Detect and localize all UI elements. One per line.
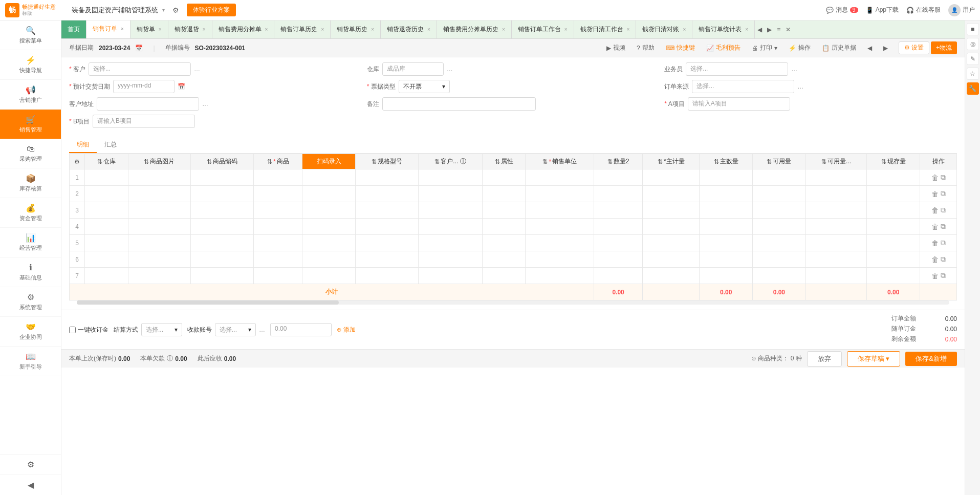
tab-close-daily-workbench[interactable]: × (627, 27, 630, 32)
date-picker-icon[interactable]: 📅 (178, 83, 185, 90)
row-code[interactable] (191, 251, 254, 268)
tab-home[interactable]: 首页 (61, 20, 86, 39)
row-main-unit[interactable] (643, 219, 700, 235)
message-btn[interactable]: 💬 消息 9 (826, 6, 858, 14)
tab-daily-workbench[interactable]: 钱货日清工作台 × (574, 20, 637, 39)
row-main-unit[interactable] (643, 268, 700, 284)
row-delete-btn[interactable]: 🗑 (931, 189, 939, 198)
tab-sales-invoice[interactable]: 销货单 × (130, 20, 168, 39)
row-main-qty[interactable] (700, 219, 753, 235)
row-warehouse[interactable] (85, 202, 128, 219)
row-warehouse[interactable] (85, 235, 128, 251)
row-sales-unit[interactable] (526, 251, 594, 268)
row-attribute[interactable] (482, 235, 526, 251)
tab-close-all-btn[interactable]: ✕ (783, 26, 793, 33)
row-product[interactable] (254, 169, 302, 186)
row-spec[interactable] (356, 186, 419, 202)
sidebar-collapse-btn[interactable]: ◀ (0, 475, 61, 495)
row-main-qty[interactable] (700, 202, 753, 219)
system-dropdown-arrow[interactable]: ▾ (162, 7, 165, 13)
operation-btn[interactable]: ⚡ 操作 (786, 42, 814, 54)
row-customer-code[interactable] (418, 169, 482, 186)
next-record-btn[interactable]: ▶ (880, 43, 891, 53)
warehouse-more-btn[interactable]: … (447, 66, 453, 73)
tab-close-sales-invoice-history[interactable]: × (371, 27, 374, 32)
tab-close-sales-return-history[interactable]: × (427, 27, 430, 32)
rs-icon-5[interactable]: 🔧 (967, 82, 979, 95)
tab-close-sales-return[interactable]: × (203, 27, 206, 32)
tab-prev-btn[interactable]: ◀ (755, 26, 765, 33)
row-available[interactable] (753, 169, 806, 186)
save-new-btn[interactable]: 保存&新增 (905, 352, 957, 366)
row-available[interactable] (753, 268, 806, 284)
tab-sales-expense[interactable]: 销售费用分摊单 × (212, 20, 275, 39)
row-qty2[interactable] (594, 169, 642, 186)
row-stock[interactable] (867, 202, 920, 219)
row-customer-code[interactable] (418, 251, 482, 268)
scrollbar-thumb[interactable] (77, 300, 339, 305)
row-spec[interactable] (356, 202, 419, 219)
row-sales-unit[interactable] (526, 202, 594, 219)
account-select[interactable]: 选择... ▾ (215, 323, 256, 336)
tab-close-daily-reconcile[interactable]: × (683, 27, 686, 32)
row-main-unit[interactable] (643, 169, 700, 186)
col-warehouse[interactable]: ⇅仓库 (85, 154, 128, 169)
row-customer-code[interactable] (418, 202, 482, 219)
view-btn[interactable]: ▶ 视频 (603, 42, 628, 54)
row-sales-unit[interactable] (526, 268, 594, 284)
row-delete-btn[interactable]: 🗑 (931, 239, 939, 247)
row-attribute[interactable] (482, 186, 526, 202)
salesperson-more-btn[interactable]: … (791, 66, 797, 73)
row-available2[interactable] (805, 202, 867, 219)
salesperson-input[interactable]: 选择... (686, 62, 788, 76)
col-settings[interactable]: ⚙ (70, 154, 85, 169)
current-order-info-icon[interactable]: ⓘ (167, 354, 173, 363)
row-attribute[interactable] (482, 202, 526, 219)
settlement-select[interactable]: 选择... ▾ (141, 323, 182, 336)
row-customer-code[interactable] (418, 235, 482, 251)
sidebar-item-inventory[interactable]: 📦 库存核算 (0, 168, 61, 198)
row-product[interactable] (254, 235, 302, 251)
sidebar-item-finance[interactable]: 💰 资金管理 (0, 198, 61, 228)
save-draft-btn[interactable]: 保存草稿 ▾ (847, 351, 901, 367)
row-main-qty[interactable] (700, 186, 753, 202)
sidebar-item-search[interactable]: 🔍 搜索菜单 (0, 20, 61, 50)
row-delete-btn[interactable]: 🗑 (931, 255, 939, 264)
tab-close-sales-expense-history[interactable]: × (502, 27, 505, 32)
row-qty2[interactable] (594, 186, 642, 202)
tab-sales-return[interactable]: 销货退货 × (168, 20, 212, 39)
row-available[interactable] (753, 251, 806, 268)
col-stock[interactable]: ⇅现存量 (867, 154, 920, 169)
row-copy-btn[interactable]: ⧉ (941, 222, 946, 231)
row-stock[interactable] (867, 219, 920, 235)
rs-icon-2[interactable]: ◎ (967, 38, 979, 50)
row-delete-btn[interactable]: 🗑 (931, 173, 939, 182)
sidebar-item-nav[interactable]: ⚡ 快捷导航 (0, 50, 61, 80)
row-available2[interactable] (805, 169, 867, 186)
row-copy-btn[interactable]: ⧉ (941, 206, 946, 214)
account-more-btn[interactable]: … (259, 326, 265, 333)
row-qty2[interactable] (594, 235, 642, 251)
row-customer-code[interactable] (418, 186, 482, 202)
row-warehouse[interactable] (85, 251, 128, 268)
row-product[interactable] (254, 202, 302, 219)
row-delete-btn[interactable]: 🗑 (931, 222, 939, 231)
tab-sales-expense-history[interactable]: 销售费用分摊单历史 × (437, 20, 512, 39)
b-project-input[interactable]: 请输入B项目 (93, 115, 195, 128)
row-sales-unit[interactable] (526, 219, 594, 235)
row-available2[interactable] (805, 235, 867, 251)
row-warehouse[interactable] (85, 268, 128, 284)
history-btn[interactable]: 📋 历史单据 (819, 42, 859, 54)
row-main-qty[interactable] (700, 235, 753, 251)
col-customer-code[interactable]: ⇅客户... ⓘ (418, 154, 482, 169)
row-available2[interactable] (805, 251, 867, 268)
discard-btn[interactable]: 放弃 (807, 351, 842, 367)
row-copy-btn[interactable]: ⧉ (941, 255, 946, 264)
print-btn[interactable]: 🖨 打印 ▾ (749, 42, 780, 54)
row-copy-btn[interactable]: ⧉ (941, 271, 946, 280)
col-code[interactable]: ⇅商品编码 (191, 154, 254, 169)
rs-icon-3[interactable]: ✎ (967, 53, 979, 65)
settings-gear-icon[interactable]: ⚙ (172, 6, 179, 14)
col-image[interactable]: ⇅商品图片 (128, 154, 191, 169)
col-qty2[interactable]: ⇅数量2 (594, 154, 642, 169)
